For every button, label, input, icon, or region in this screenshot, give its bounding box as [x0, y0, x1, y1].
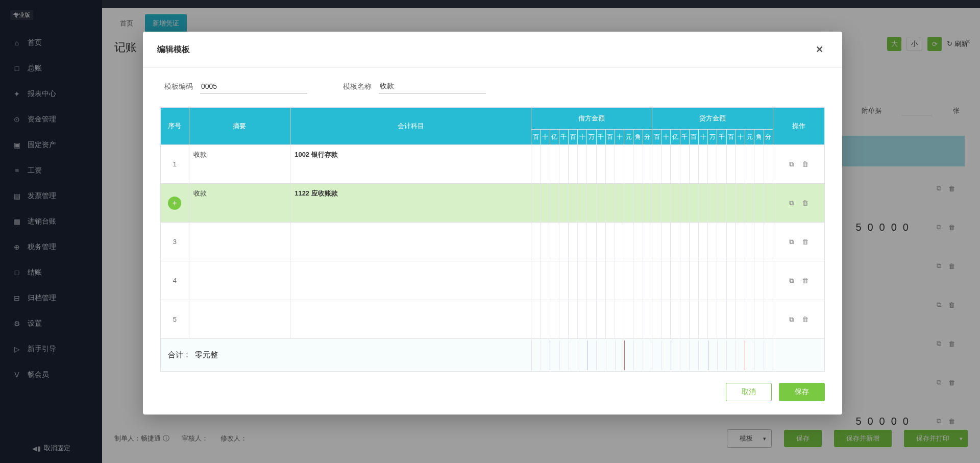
debit-r4-digit-12[interactable] — [643, 300, 652, 339]
credit-r2-digit-10[interactable] — [745, 223, 754, 261]
credit-r0-digit-10[interactable] — [745, 145, 754, 184]
debit-r4-digit-9[interactable] — [615, 300, 624, 339]
credit-r0-digit-2[interactable] — [671, 145, 680, 184]
debit-r4-digit-11[interactable] — [633, 300, 643, 339]
debit-r4-digit-0[interactable] — [531, 300, 541, 339]
delete-row-icon[interactable]: 🗑 — [802, 199, 808, 207]
credit-r4-digit-4[interactable] — [689, 300, 698, 339]
credit-r1-digit-7[interactable] — [717, 184, 726, 223]
cell-account-4[interactable] — [290, 300, 531, 339]
credit-r1-digit-0[interactable] — [652, 184, 661, 223]
cell-account-1[interactable]: 1122 应收账款 — [290, 184, 531, 223]
credit-r1-digit-2[interactable] — [671, 184, 680, 223]
credit-r4-digit-12[interactable] — [764, 300, 773, 339]
credit-r2-digit-4[interactable] — [689, 223, 698, 261]
credit-r3-digit-10[interactable] — [745, 261, 754, 300]
debit-r3-digit-8[interactable] — [605, 261, 615, 300]
debit-r4-digit-6[interactable] — [587, 300, 596, 339]
credit-r1-digit-8[interactable] — [726, 184, 736, 223]
debit-r1-digit-7[interactable] — [596, 184, 605, 223]
debit-r1-digit-1[interactable] — [541, 184, 550, 223]
credit-r0-digit-7[interactable] — [717, 145, 726, 184]
debit-r2-digit-8[interactable] — [605, 223, 615, 261]
credit-r4-digit-2[interactable] — [671, 300, 680, 339]
credit-r3-digit-3[interactable] — [680, 261, 689, 300]
credit-r1-digit-5[interactable] — [699, 184, 708, 223]
debit-r1-digit-2[interactable] — [550, 184, 559, 223]
copy-row-icon[interactable]: ⧉ — [789, 238, 794, 246]
debit-r2-digit-7[interactable] — [596, 223, 605, 261]
debit-r3-digit-2[interactable] — [550, 261, 559, 300]
debit-r4-digit-3[interactable] — [559, 300, 568, 339]
copy-row-icon[interactable]: ⧉ — [789, 277, 794, 285]
debit-r1-digit-10[interactable] — [624, 184, 633, 223]
save-button[interactable]: 保存 — [779, 383, 825, 401]
debit-r0-digit-4[interactable] — [568, 145, 577, 184]
debit-r1-digit-9[interactable] — [615, 184, 624, 223]
credit-r4-digit-3[interactable] — [680, 300, 689, 339]
debit-r0-digit-11[interactable] — [633, 145, 643, 184]
credit-r1-digit-12[interactable] — [764, 184, 773, 223]
debit-r2-digit-6[interactable] — [587, 223, 596, 261]
debit-r1-digit-11[interactable] — [633, 184, 643, 223]
debit-r4-digit-7[interactable] — [596, 300, 605, 339]
credit-r2-digit-1[interactable] — [662, 223, 671, 261]
debit-r3-digit-4[interactable] — [568, 261, 577, 300]
debit-r2-digit-10[interactable] — [624, 223, 633, 261]
credit-r1-digit-1[interactable] — [662, 184, 671, 223]
delete-row-icon[interactable]: 🗑 — [802, 315, 808, 324]
debit-r2-digit-4[interactable] — [568, 223, 577, 261]
cell-account-0[interactable]: 1002 银行存款 — [290, 145, 531, 184]
cell-summary-1[interactable]: 收款 — [189, 184, 290, 223]
debit-r2-digit-11[interactable] — [633, 223, 643, 261]
credit-r4-digit-7[interactable] — [717, 300, 726, 339]
debit-r0-digit-1[interactable] — [541, 145, 550, 184]
cell-account-3[interactable] — [290, 261, 531, 300]
debit-r4-digit-5[interactable] — [578, 300, 587, 339]
credit-r0-digit-12[interactable] — [764, 145, 773, 184]
credit-r0-digit-8[interactable] — [726, 145, 736, 184]
credit-r1-digit-4[interactable] — [689, 184, 698, 223]
debit-r0-digit-9[interactable] — [615, 145, 624, 184]
credit-r3-digit-12[interactable] — [764, 261, 773, 300]
debit-r2-digit-5[interactable] — [578, 223, 587, 261]
debit-r3-digit-5[interactable] — [578, 261, 587, 300]
debit-r1-digit-6[interactable] — [587, 184, 596, 223]
debit-r1-digit-8[interactable] — [605, 184, 615, 223]
credit-r1-digit-6[interactable] — [708, 184, 717, 223]
debit-r4-digit-10[interactable] — [624, 300, 633, 339]
credit-r0-digit-3[interactable] — [680, 145, 689, 184]
debit-r0-digit-8[interactable] — [605, 145, 615, 184]
delete-row-icon[interactable]: 🗑 — [802, 238, 808, 246]
template-name-input[interactable] — [379, 79, 486, 94]
debit-r1-digit-3[interactable] — [559, 184, 568, 223]
credit-r2-digit-6[interactable] — [708, 223, 717, 261]
cell-account-2[interactable] — [290, 223, 531, 261]
debit-r0-digit-10[interactable] — [624, 145, 633, 184]
delete-row-icon[interactable]: 🗑 — [802, 277, 808, 285]
add-row-button[interactable]: + — [168, 197, 181, 210]
credit-r2-digit-2[interactable] — [671, 223, 680, 261]
modal-close-button[interactable] — [811, 41, 828, 58]
debit-r4-digit-1[interactable] — [541, 300, 550, 339]
debit-r4-digit-2[interactable] — [550, 300, 559, 339]
credit-r3-digit-4[interactable] — [689, 261, 698, 300]
credit-r4-digit-0[interactable] — [652, 300, 661, 339]
debit-r1-digit-5[interactable] — [578, 184, 587, 223]
credit-r0-digit-0[interactable] — [652, 145, 661, 184]
credit-r2-digit-7[interactable] — [717, 223, 726, 261]
credit-r0-digit-5[interactable] — [699, 145, 708, 184]
credit-r3-digit-8[interactable] — [726, 261, 736, 300]
credit-r4-digit-11[interactable] — [754, 300, 764, 339]
delete-row-icon[interactable]: 🗑 — [802, 160, 808, 168]
debit-r3-digit-0[interactable] — [531, 261, 541, 300]
debit-r0-digit-3[interactable] — [559, 145, 568, 184]
debit-r3-digit-10[interactable] — [624, 261, 633, 300]
cell-summary-3[interactable] — [189, 261, 290, 300]
credit-r4-digit-6[interactable] — [708, 300, 717, 339]
debit-r4-digit-4[interactable] — [568, 300, 577, 339]
copy-row-icon[interactable]: ⧉ — [789, 199, 794, 207]
cell-summary-0[interactable]: 收款 — [189, 145, 290, 184]
credit-r2-digit-3[interactable] — [680, 223, 689, 261]
debit-r0-digit-2[interactable] — [550, 145, 559, 184]
